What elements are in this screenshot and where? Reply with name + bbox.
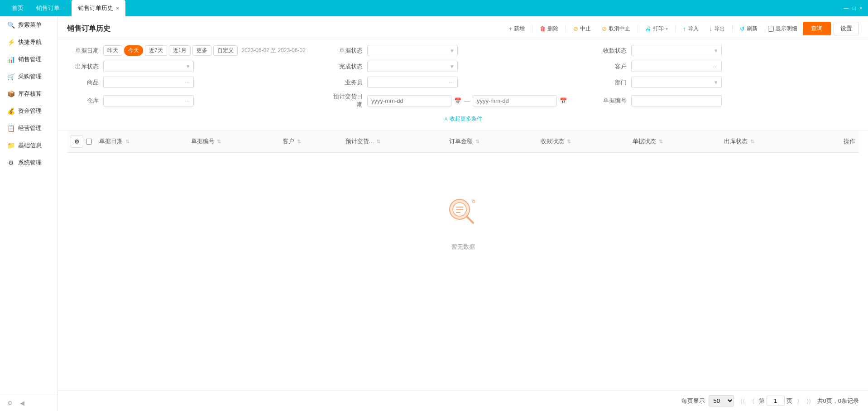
- complete-status-select[interactable]: ▾: [367, 61, 458, 72]
- th-operation: 操作: [812, 131, 859, 153]
- display-columns-checkbox[interactable]: [768, 26, 774, 32]
- filter-row-2: 出库状态 ▾ 完成状态 ▾ 客户: [67, 61, 859, 72]
- tab-home[interactable]: 首页: [5, 0, 30, 16]
- sidebar-item-sales-mgmt[interactable]: 📊 销售管理: [0, 51, 58, 68]
- outbound-status-select[interactable]: ▾: [103, 61, 194, 72]
- divider-1: [532, 25, 532, 32]
- print-arrow: ▾: [666, 26, 668, 31]
- close-sales-order-tab[interactable]: ×: [62, 5, 65, 11]
- restore-button[interactable]: □: [853, 5, 856, 11]
- refresh-button[interactable]: ↺ 刷新: [735, 23, 762, 35]
- receipt-status-arrow: ▾: [715, 47, 718, 54]
- close-window-button[interactable]: ×: [859, 5, 863, 11]
- sidebar-item-inventory[interactable]: 📦 库存核算: [0, 85, 58, 102]
- customer-control: ···: [631, 61, 859, 72]
- cancel-stop-button[interactable]: ⊘ 取消中止: [597, 23, 635, 35]
- date-btn-today[interactable]: 今天: [124, 45, 143, 56]
- th-operation-label: 操作: [844, 138, 855, 145]
- bill-status-label: 单据状态: [331, 47, 367, 55]
- top-bar: 首页 销售订单 × 销售订单历史 × — □ ×: [0, 0, 868, 16]
- th-receipt-status-label: 收款状态: [541, 138, 564, 145]
- outbound-status-label: 出库状态: [67, 63, 103, 71]
- import-button[interactable]: ↑ 导入: [678, 23, 703, 35]
- th-receipt-status[interactable]: 收款状态 ⇅: [537, 131, 629, 153]
- date-btn-yesterday[interactable]: 昨天: [103, 45, 122, 56]
- delete-label: 删除: [547, 25, 558, 33]
- th-customer[interactable]: 客户 ⇅: [279, 131, 342, 153]
- delivery-date-start-input[interactable]: [367, 95, 451, 106]
- new-button[interactable]: + 新增: [504, 23, 529, 35]
- delivery-date-separator: —: [464, 97, 470, 104]
- export-button[interactable]: ↓ 导出: [705, 23, 730, 35]
- receipt-status-select[interactable]: ▾: [631, 45, 722, 56]
- sidebar-item-operations-label: 经营管理: [18, 124, 42, 132]
- filter-area: 单据日期 昨天 今天 近7天 近1月 更多 自定义 2023-06-02 至 2…: [58, 39, 868, 131]
- divider-2: [566, 25, 566, 32]
- delivery-date-calendar-icon-start[interactable]: 📅: [454, 97, 461, 104]
- date-btn-more[interactable]: 更多: [192, 45, 211, 56]
- delivery-date-calendar-icon-end[interactable]: 📅: [560, 97, 567, 104]
- divider-5: [732, 25, 733, 32]
- select-all-checkbox[interactable]: [86, 139, 92, 145]
- date-btn-1month[interactable]: 近1月: [169, 45, 191, 56]
- print-button[interactable]: 🖨 打印 ▾: [641, 23, 672, 35]
- outbound-status-control: ▾: [103, 61, 331, 72]
- sidebar-settings-icon[interactable]: ⚙: [7, 400, 13, 406]
- th-order-amount[interactable]: 订单金额 ⇅: [446, 131, 537, 153]
- import-icon: ↑: [683, 25, 686, 32]
- date-buttons: 昨天 今天 近7天 近1月 更多 自定义: [103, 45, 238, 56]
- bill-status-select[interactable]: ▾: [367, 45, 458, 56]
- tab-sales-order[interactable]: 销售订单 ×: [30, 0, 72, 16]
- sidebar-item-finance[interactable]: 💰 资金管理: [0, 102, 58, 120]
- table-settings-button[interactable]: ⚙: [71, 135, 83, 148]
- warehouse-select[interactable]: ···: [103, 95, 194, 106]
- tab-sales-order-history[interactable]: 销售订单历史 ×: [72, 0, 125, 16]
- customer-select[interactable]: ···: [631, 61, 722, 72]
- salesperson-dots: ···: [449, 79, 454, 86]
- th-outbound-status[interactable]: 出库状态 ⇅: [720, 131, 812, 153]
- date-btn-7days[interactable]: 近7天: [145, 45, 167, 56]
- first-page-button[interactable]: ⟨⟨: [738, 396, 748, 406]
- th-bill-no[interactable]: 单据编号 ⇅: [187, 131, 279, 153]
- content-area: 销售订单历史 + 新增 🗑 删除 ⊘ 中止 ⊘ 取消中止: [58, 16, 868, 411]
- display-columns-label[interactable]: 显示明细: [768, 25, 797, 33]
- search-button[interactable]: 查询: [803, 22, 831, 35]
- next-page-button[interactable]: ⟩: [794, 396, 802, 406]
- refresh-icon: ↺: [740, 25, 745, 32]
- customer-label: 客户: [595, 63, 631, 71]
- th-bill-date[interactable]: 单据日期 ⇅: [96, 131, 187, 153]
- sidebar-item-system-mgmt[interactable]: ⚙ 系统管理: [0, 154, 58, 171]
- th-delivery-date-label: 预计交货...: [345, 138, 374, 145]
- outbound-status-arrow: ▾: [187, 63, 190, 70]
- minimize-button[interactable]: —: [844, 5, 849, 11]
- th-delivery-date[interactable]: 预计交货... ⇅: [342, 131, 446, 153]
- stop-button[interactable]: ⊘ 中止: [569, 23, 595, 35]
- date-label: 单据日期: [67, 47, 103, 55]
- settings-button[interactable]: 设置: [834, 22, 859, 35]
- import-label: 导入: [688, 25, 699, 33]
- close-history-tab[interactable]: ×: [116, 5, 119, 11]
- page-input[interactable]: [767, 396, 785, 406]
- tab-home-label: 首页: [12, 4, 24, 12]
- collapse-bar[interactable]: ∧ 收起更多条件: [67, 113, 859, 125]
- last-page-button[interactable]: ⟩⟩: [804, 396, 814, 406]
- prev-page-button[interactable]: ⟨: [749, 396, 757, 406]
- delivery-date-end-input[interactable]: [473, 95, 557, 106]
- th-bill-status[interactable]: 单据状态 ⇅: [629, 131, 721, 153]
- sidebar-item-basic-info[interactable]: 📁 基础信息: [0, 137, 58, 154]
- sidebar-item-search-menu[interactable]: 🔍 搜索菜单: [0, 16, 58, 34]
- delete-button[interactable]: 🗑 删除: [535, 23, 563, 35]
- sidebar-item-quick-nav[interactable]: ⚡ 快捷导航: [0, 34, 58, 51]
- sidebar-collapse-icon[interactable]: ◀: [20, 400, 24, 406]
- page-size-select[interactable]: 20 50 100: [709, 395, 734, 406]
- sidebar-item-operations[interactable]: 📋 经营管理: [0, 120, 58, 137]
- date-btn-custom[interactable]: 自定义: [213, 45, 238, 56]
- data-table: ⚙ 单据日期 ⇅ 单据编号 ⇅ 客户: [67, 131, 859, 153]
- sidebar-item-purchase-mgmt[interactable]: 🛒 采购管理: [0, 68, 58, 85]
- salesperson-select[interactable]: ···: [367, 77, 458, 88]
- bill-no-input[interactable]: [631, 95, 722, 106]
- department-select[interactable]: ▾: [631, 77, 722, 88]
- sidebar-item-sales-mgmt-label: 销售管理: [18, 55, 42, 63]
- salesperson-label: 业务员: [331, 78, 367, 87]
- product-select[interactable]: ···: [103, 77, 194, 88]
